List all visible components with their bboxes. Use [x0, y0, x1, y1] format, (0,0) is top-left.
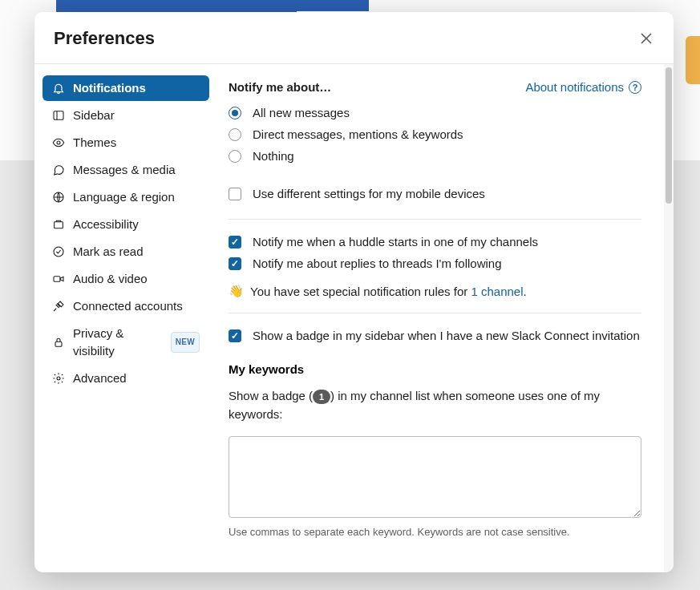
content-pane: Notify me about… About notifications ? A… [217, 64, 674, 572]
keywords-hint: Use commas to separate each keyword. Key… [229, 526, 641, 538]
layout-icon [52, 109, 65, 122]
sidebar-item-mark-as-read[interactable]: Mark as read [42, 239, 209, 265]
svg-rect-2 [54, 111, 63, 120]
check-row-slack-connect[interactable]: ✓ Show a badge in my sidebar when I have… [229, 325, 641, 346]
radio-all-messages[interactable] [229, 107, 241, 119]
radio-label: All new messages [253, 106, 350, 119]
accessibility-icon [52, 218, 65, 231]
close-icon[interactable] [638, 30, 654, 46]
svg-rect-9 [55, 341, 62, 346]
divider [229, 219, 641, 220]
radio-label: Direct messages, mentions & keywords [253, 127, 463, 141]
wave-icon: 👋 [229, 284, 244, 298]
sidebar-item-themes[interactable]: Themes [42, 130, 209, 156]
sidebar-item-label: Themes [73, 134, 116, 152]
sidebar-item-label: Language & region [73, 188, 175, 206]
scrollbar[interactable] [664, 64, 674, 572]
keywords-heading: My keywords [229, 362, 641, 376]
radio-row-nothing[interactable]: Nothing [229, 145, 641, 167]
sidebar-item-label: Sidebar [73, 107, 115, 124]
scrollbar-thumb[interactable] [666, 67, 672, 204]
checkbox-mobile-settings[interactable] [229, 188, 241, 200]
svg-point-10 [57, 377, 60, 380]
sidebar: Notifications Sidebar Themes Messages & … [34, 64, 217, 572]
svg-point-4 [57, 141, 60, 144]
sidebar-item-audio-video[interactable]: Audio & video [42, 266, 209, 292]
note-prefix: You have set special notification rules … [250, 285, 471, 298]
sidebar-item-notifications[interactable]: Notifications [42, 75, 209, 101]
about-notifications-link[interactable]: About notifications ? [525, 80, 641, 94]
sidebar-item-connected-accounts[interactable]: Connected accounts [42, 293, 209, 319]
help-icon: ? [629, 81, 641, 94]
check-row-threads[interactable]: ✓ Notify me about replies to threads I'm… [229, 253, 641, 274]
about-label: About notifications [525, 80, 624, 94]
eye-icon [52, 136, 65, 149]
keywords-input[interactable] [229, 436, 641, 518]
sidebar-item-label: Notifications [73, 79, 146, 97]
check-label: Show a badge in my sidebar when I have a… [253, 329, 640, 342]
preferences-modal: Preferences Notifications Sidebar [34, 12, 674, 572]
special-rules-note: 👋 You have set special notification rule… [229, 284, 641, 298]
checkbox-slack-connect-badge[interactable]: ✓ [229, 329, 241, 342]
radio-row-all[interactable]: All new messages [229, 102, 641, 123]
new-badge: NEW [171, 332, 200, 353]
badge-count-icon: 1 [313, 390, 330, 404]
message-icon [52, 164, 65, 176]
radio-row-dm[interactable]: Direct messages, mentions & keywords [229, 123, 641, 145]
sidebar-item-accessibility[interactable]: Accessibility [42, 212, 209, 237]
sidebar-item-privacy-visibility[interactable]: Privacy & visibility NEW [42, 321, 209, 364]
check-row-huddle[interactable]: ✓ Notify me when a huddle starts in one … [229, 231, 641, 253]
svg-rect-6 [55, 222, 63, 228]
check-label: Notify me when a huddle starts in one of… [253, 235, 538, 249]
radio-label: Nothing [253, 149, 294, 163]
checkbox-huddle[interactable]: ✓ [229, 236, 241, 249]
modal-header: Preferences [34, 12, 674, 64]
lock-icon [52, 336, 65, 349]
radio-dm-mentions[interactable] [229, 128, 241, 141]
plug-icon [52, 300, 65, 313]
bell-icon [52, 82, 65, 95]
check-row-mobile[interactable]: Use different settings for my mobile dev… [229, 183, 641, 204]
divider [229, 313, 641, 313]
svg-rect-8 [54, 277, 60, 282]
modal-title: Preferences [54, 28, 155, 49]
check-label: Notify me about replies to threads I'm f… [253, 257, 502, 270]
notify-about-title: Notify me about… [229, 80, 331, 94]
keywords-description: Show a badge (1) in my channel list when… [229, 387, 641, 423]
sidebar-item-label: Mark as read [73, 243, 144, 261]
sidebar-item-label: Connected accounts [73, 297, 183, 315]
gear-icon [52, 372, 65, 385]
globe-icon [52, 191, 65, 204]
channel-rules-link[interactable]: 1 channel [471, 285, 523, 298]
check-label: Use different settings for my mobile dev… [253, 187, 485, 200]
sidebar-item-sidebar[interactable]: Sidebar [42, 103, 209, 128]
sidebar-item-label: Privacy & visibility [73, 325, 163, 360]
sidebar-item-label: Messages & media [73, 161, 176, 179]
sidebar-item-messages-media[interactable]: Messages & media [42, 157, 209, 183]
sidebar-item-label: Accessibility [73, 216, 139, 233]
checkbox-thread-replies[interactable]: ✓ [229, 257, 241, 270]
sidebar-item-label: Audio & video [73, 270, 148, 288]
video-icon [52, 273, 65, 285]
note-suffix: . [524, 285, 527, 298]
check-circle-icon [52, 245, 65, 258]
svg-point-7 [54, 247, 63, 257]
sidebar-item-language-region[interactable]: Language & region [42, 184, 209, 210]
sidebar-item-label: Advanced [73, 370, 127, 387]
sidebar-item-advanced[interactable]: Advanced [42, 366, 209, 391]
radio-nothing[interactable] [229, 150, 241, 163]
